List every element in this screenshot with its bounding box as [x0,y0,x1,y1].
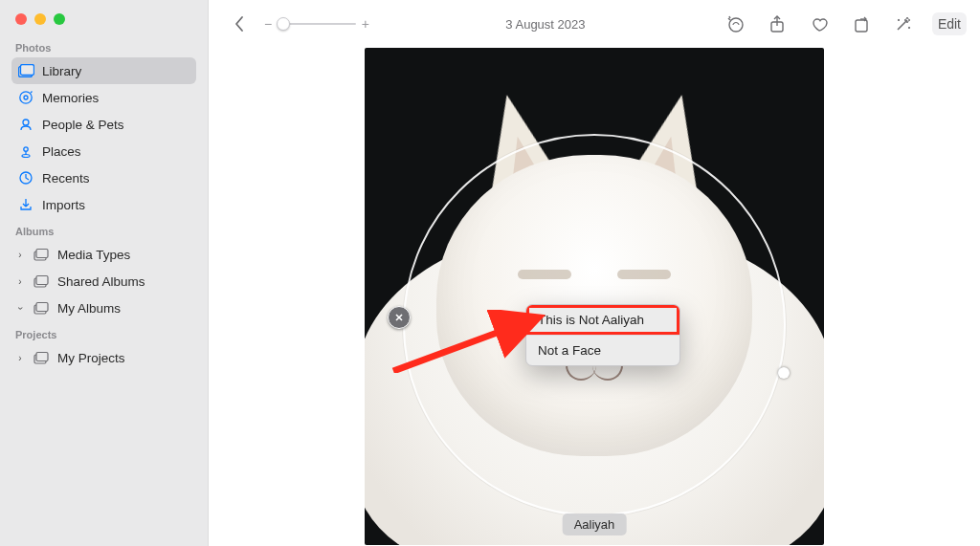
zoom-track[interactable] [278,23,356,25]
photo[interactable]: Aaliyah This is Not Aaliyah Not a Face [365,48,824,545]
edit-button[interactable]: Edit [932,12,967,35]
svg-point-22 [898,19,899,20]
sidebar-item-label: Recents [42,171,90,186]
svg-rect-15 [36,303,48,312]
imports-icon [17,196,34,213]
chevron-right-icon: › [15,353,25,363]
sidebar-item-label: My Projects [57,351,125,365]
window-controls [15,13,196,25]
sidebar-item-memories[interactable]: Memories [11,84,196,111]
minimize-window-button[interactable] [34,13,46,25]
svg-point-18 [729,18,743,32]
face-name-tag[interactable]: Aaliyah [563,513,627,535]
svg-rect-1 [20,65,33,76]
sidebar-item-label: Imports [42,198,85,212]
share-button[interactable] [764,11,791,37]
photo-date-label: 3 August 2023 [377,17,714,32]
svg-point-8 [22,155,30,158]
auto-enhance-button[interactable] [890,11,917,37]
stack-icon [33,273,50,290]
sidebar-item-label: Media Types [57,248,130,262]
sidebar-item-label: People & Pets [42,118,124,132]
sidebar-item-media-types[interactable]: › Media Types [11,241,196,268]
face-resize-handle[interactable] [778,367,790,379]
people-pets-icon [17,116,34,133]
zoom-window-button[interactable] [54,13,65,25]
svg-point-2 [20,92,32,103]
sidebar-item-places[interactable]: Places [11,138,196,164]
toolbar: − + 3 August 2023 E [209,0,980,48]
photo-viewer: Aaliyah This is Not Aaliyah Not a Face [209,48,980,546]
sidebar-item-my-projects[interactable]: › My Projects [11,344,196,371]
sidebar-item-label: Places [42,144,81,159]
svg-rect-21 [856,20,867,32]
svg-point-6 [24,147,28,151]
stack-icon [33,349,50,366]
svg-point-23 [908,27,909,28]
zoom-thumb[interactable] [277,17,290,31]
svg-point-3 [24,96,28,99]
stack-icon [33,299,50,317]
sidebar-section-projects: Projects [15,329,192,340]
sidebar-item-imports[interactable]: Imports [11,191,196,218]
sidebar-section-albums: Albums [15,226,192,237]
chevron-right-icon: › [15,276,25,287]
sidebar-item-label: Shared Albums [57,274,145,289]
zoom-out-icon: − [264,16,272,32]
sidebar-item-label: My Albums [57,301,121,316]
face-context-menu: This is Not Aaliyah Not a Face [525,304,680,366]
stack-icon [33,246,50,263]
svg-rect-11 [36,250,48,258]
sidebar-item-shared-albums[interactable]: › Shared Albums [11,268,196,295]
sidebar-item-library[interactable]: Library [11,57,196,84]
rotate-button[interactable] [848,11,875,37]
svg-line-4 [31,92,33,94]
recents-icon [17,169,34,186]
photo-library-icon [17,62,34,79]
pet-tag-button[interactable] [722,11,748,37]
svg-rect-17 [36,353,48,361]
menu-item-not-this-person[interactable]: This is Not Aaliyah [526,305,679,335]
close-window-button[interactable] [15,13,27,25]
main-content: − + 3 August 2023 E [209,0,980,546]
sidebar-item-label: Library [42,64,81,78]
memories-icon [17,89,34,106]
svg-rect-13 [36,276,48,285]
sidebar-item-people-pets[interactable]: People & Pets [11,111,196,138]
places-icon [17,142,34,160]
favorite-button[interactable] [806,11,833,37]
back-button[interactable] [226,11,253,37]
sidebar-section-photos: Photos [15,42,192,54]
zoom-in-icon: + [362,16,369,32]
zoom-slider[interactable]: − + [264,14,369,33]
svg-point-5 [23,120,29,125]
sidebar-item-label: Memories [42,91,99,105]
sidebar-item-recents[interactable]: Recents [11,164,196,191]
chevron-right-icon: › [15,250,25,260]
menu-item-not-a-face[interactable]: Not a Face [526,335,679,365]
remove-face-button[interactable] [388,306,411,329]
sidebar: Photos Library Memories People & Pets Pl… [0,0,209,546]
sidebar-item-my-albums[interactable]: › My Albums [11,295,196,321]
chevron-down-icon: › [15,303,26,313]
